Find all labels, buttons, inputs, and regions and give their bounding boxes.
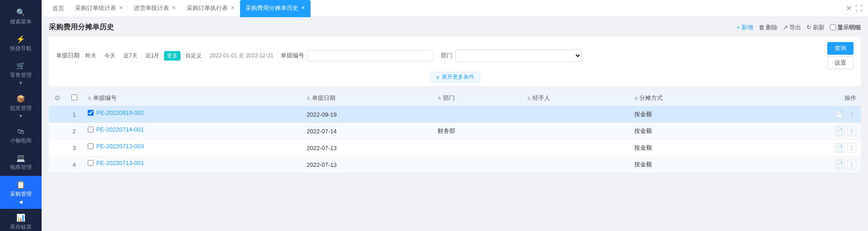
sort-icon: ⇅ bbox=[634, 96, 638, 101]
select-all-checkbox[interactable] bbox=[71, 94, 77, 100]
sidebar-item-label: 搜索菜单 bbox=[10, 18, 32, 26]
row-num bbox=[49, 123, 65, 140]
row-index: 1 bbox=[65, 106, 83, 123]
expand-button[interactable]: ∨ 展开更多条件 bbox=[430, 72, 480, 82]
sidebar-item-purchase[interactable]: 📋 采购管理 ◀ bbox=[0, 176, 42, 209]
sidebar-item-label: 批发管理 bbox=[10, 104, 32, 112]
edit-icon[interactable]: 📄 bbox=[834, 143, 844, 153]
inventory-icon: 📊 bbox=[16, 213, 25, 222]
add-label: 新增 bbox=[741, 24, 753, 32]
sidebar-item-search[interactable]: 🔍 搜索菜单 bbox=[0, 4, 42, 30]
cell-checkbox: PE-20220713-003 bbox=[83, 140, 302, 153]
order-no-input[interactable] bbox=[307, 50, 434, 61]
show-cols-checkbox[interactable] bbox=[830, 24, 836, 30]
refresh-label: 刷新 bbox=[813, 24, 825, 32]
query-button[interactable]: 查询 bbox=[827, 42, 854, 55]
row-checkbox[interactable] bbox=[88, 127, 94, 132]
filter-date: 单据日期 昨天 今天 近7天 近1月 更多 自定义 2022-01-01 至 2… bbox=[56, 51, 274, 61]
date-btn-yesterday[interactable]: 昨天 bbox=[82, 51, 99, 61]
add-button[interactable]: + 新增 bbox=[736, 24, 753, 32]
sidebar-item-quicknav[interactable]: ⚡ 快捷导航 bbox=[0, 30, 42, 57]
delete-button[interactable]: 🗑 删除 bbox=[759, 24, 778, 32]
sidebar-item-retail[interactable]: 🛒 零售管理 ▼ bbox=[0, 57, 42, 90]
tab-inbound-stats[interactable]: 进货单统计表 ✕ bbox=[128, 0, 181, 17]
order-no-link[interactable]: PE-20220713-001 bbox=[96, 160, 144, 166]
date-btn-more[interactable]: 更多 bbox=[164, 51, 180, 61]
sidebar-item-label: 零售管理 bbox=[10, 71, 32, 79]
sort-icon: ⇅ bbox=[307, 96, 310, 101]
tab-purchase-cost-history[interactable]: 采购费用分摊单历史 ✕ bbox=[240, 0, 311, 17]
table-row: 2 PE-20220714-001 2022-07-14 财务部 按金额 📄 ⋮ bbox=[49, 123, 861, 140]
cell-actions: 📄 ⋮ bbox=[756, 106, 861, 123]
edit-icon[interactable]: 📄 bbox=[834, 109, 844, 119]
tab-home[interactable]: 首页 bbox=[47, 0, 70, 17]
order-no-link[interactable]: PE-20220919-002 bbox=[96, 109, 144, 116]
sidebar-item-wholesale[interactable]: 📦 批发管理 ▼ bbox=[0, 90, 42, 123]
more-icon[interactable]: ⋮ bbox=[847, 109, 856, 119]
order-no-link[interactable]: PE-20220713-003 bbox=[96, 143, 144, 150]
delete-icon: 🗑 bbox=[759, 24, 764, 31]
filter-area: 单据日期 昨天 今天 近7天 近1月 更多 自定义 2022-01-01 至 2… bbox=[49, 37, 861, 86]
close-icon[interactable]: ✕ bbox=[301, 5, 305, 11]
table-row: 4 PE-20220713-001 2022-07-13 按金额 📄 ⋮ bbox=[49, 156, 861, 173]
close-icon[interactable]: ✕ bbox=[231, 5, 235, 11]
order-no-link[interactable]: PE-20220714-001 bbox=[96, 126, 144, 133]
close-icon[interactable]: ✕ bbox=[172, 5, 176, 11]
settings-button[interactable]: 设置 bbox=[827, 57, 854, 69]
sidebar-item-label: 库存核算 bbox=[10, 223, 32, 231]
cell-date: 2022-09-19 bbox=[302, 106, 433, 123]
cell-actions: 📄 ⋮ bbox=[756, 123, 861, 140]
date-buttons: 昨天 今天 近7天 近1月 更多 自定义 bbox=[82, 51, 205, 61]
edit-icon[interactable]: 📄 bbox=[834, 160, 844, 170]
expand-row: ∨ 展开更多条件 bbox=[56, 72, 854, 82]
filter-row: 单据日期 昨天 今天 近7天 近1月 更多 自定义 2022-01-01 至 2… bbox=[56, 42, 854, 69]
cell-actions: 📄 ⋮ bbox=[756, 156, 861, 173]
row-checkbox[interactable] bbox=[88, 143, 94, 149]
expand-icon: ▼ bbox=[19, 113, 23, 118]
close-icon[interactable]: ✕ bbox=[119, 5, 123, 11]
close-all-icon[interactable]: ✕ bbox=[846, 4, 852, 13]
tab-home-label: 首页 bbox=[52, 5, 64, 13]
tab-label: 采购费用分摊单历史 bbox=[245, 4, 298, 12]
cell-method: 按金额 bbox=[630, 106, 756, 123]
show-cols: 显示明细 bbox=[830, 24, 861, 32]
dept-select[interactable]: 财务部 bbox=[455, 50, 582, 62]
row-checkbox[interactable] bbox=[88, 110, 94, 116]
more-icon[interactable]: ⋮ bbox=[847, 143, 856, 153]
date-btn-1month[interactable]: 近1月 bbox=[142, 51, 163, 61]
sidebar-item-ecom-xc[interactable]: 🛍 小畅电商 bbox=[0, 123, 42, 149]
page-header: 采购费用分摊单历史 + 新增 🗑 删除 ↗ 导出 ↻ 刷新 bbox=[49, 23, 861, 32]
export-button[interactable]: ↗ 导出 bbox=[783, 24, 801, 32]
tab-label: 采购订单执行表 bbox=[187, 4, 228, 12]
sidebar-item-label: 采购管理 bbox=[10, 190, 32, 198]
search-icon: 🔍 bbox=[16, 8, 25, 17]
sidebar-item-ecom[interactable]: 💻 电商管理 bbox=[0, 149, 42, 176]
col-date-label: 单据日期 bbox=[312, 94, 335, 101]
tab-purchase-order-stats[interactable]: 采购订单统计表 ✕ bbox=[70, 0, 128, 17]
col-method: ⇅ 分摊方式 bbox=[630, 90, 756, 106]
main-content: 首页 采购订单统计表 ✕ 进货单统计表 ✕ 采购订单执行表 ✕ 采购费用分摊单历… bbox=[42, 0, 868, 231]
table-settings-icon[interactable]: ⚙ bbox=[54, 94, 60, 102]
date-btn-today[interactable]: 今天 bbox=[101, 51, 118, 61]
col-method-label: 分摊方式 bbox=[639, 94, 663, 101]
sidebar-item-inventory[interactable]: 📊 库存核算 bbox=[0, 209, 42, 231]
date-btn-7days[interactable]: 近7天 bbox=[120, 51, 141, 61]
cell-method: 按金额 bbox=[630, 140, 756, 156]
maximize-icon[interactable]: ⛶ bbox=[855, 5, 863, 13]
more-icon[interactable]: ⋮ bbox=[847, 160, 856, 170]
page-content: 采购费用分摊单历史 + 新增 🗑 删除 ↗ 导出 ↻ 刷新 bbox=[42, 17, 868, 231]
row-checkbox[interactable] bbox=[88, 160, 94, 166]
sidebar: 🔍 搜索菜单 ⚡ 快捷导航 🛒 零售管理 ▼ 📦 批发管理 ▼ 🛍 小畅电商 💻… bbox=[0, 0, 42, 231]
ecom-xc-icon: 🛍 bbox=[17, 127, 24, 136]
more-icon[interactable]: ⋮ bbox=[847, 126, 856, 136]
page-title: 采购费用分摊单历史 bbox=[49, 23, 114, 32]
sort-icon: ⇅ bbox=[438, 96, 441, 101]
cell-handler bbox=[523, 140, 630, 156]
tab-purchase-exec[interactable]: 采购订单执行表 ✕ bbox=[181, 0, 240, 17]
tab-bar: 首页 采购订单统计表 ✕ 进货单统计表 ✕ 采购订单执行表 ✕ 采购费用分摊单历… bbox=[42, 0, 868, 17]
refresh-button[interactable]: ↻ 刷新 bbox=[807, 24, 825, 32]
date-btn-custom[interactable]: 自定义 bbox=[182, 51, 205, 61]
edit-icon[interactable]: 📄 bbox=[834, 126, 844, 136]
sort-icon: ⇅ bbox=[88, 96, 91, 101]
row-num bbox=[49, 156, 65, 173]
